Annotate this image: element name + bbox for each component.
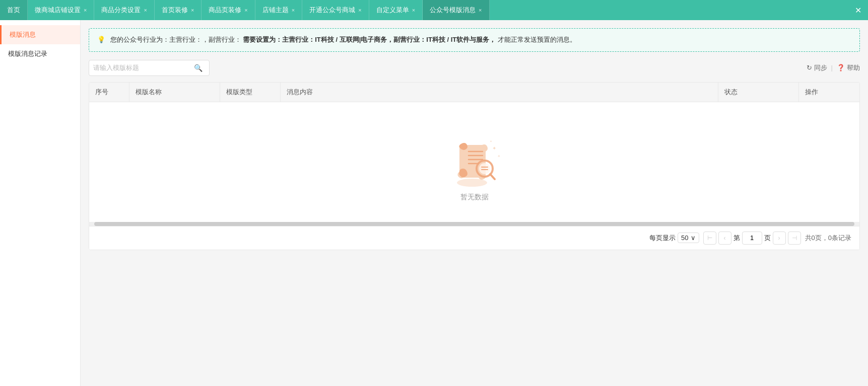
tab-home[interactable]: 首页: [0, 0, 28, 20]
nav-close-all-button[interactable]: ✕: [848, 0, 868, 20]
notice-bulb-icon: 💡: [97, 36, 105, 43]
scrollbar-thumb[interactable]: [94, 222, 854, 226]
prev-page-button[interactable]: ‹: [718, 231, 731, 245]
page-prefix: 第: [733, 234, 740, 243]
page-navigation: ⊢ ‹ 第 页 › ⊣: [703, 231, 801, 245]
tab-home-decor[interactable]: 首页装修 ×: [155, 0, 202, 20]
toolbar-divider: |: [831, 64, 833, 71]
tab-template-msg[interactable]: 公众号模版消息 ×: [423, 0, 489, 20]
search-input[interactable]: [93, 64, 194, 71]
sync-icon: ↻: [807, 64, 812, 71]
notice-prefix: 您的公众号行业为：主营行业：，副营行业：: [110, 36, 241, 43]
table-header: 序号 模版名称 模版类型 消息内容 状态 操作: [89, 83, 859, 102]
svg-text:✦: ✦: [492, 145, 496, 151]
top-nav: 首页 微商城店铺设置 × 商品分类设置 × 首页装修 × 商品页装修 × 店铺主…: [0, 0, 868, 20]
per-page-dropdown[interactable]: 50 ∨: [678, 233, 699, 243]
pagination: 每页显示 50 ∨ ⊢ ‹ 第 页 › ⊣ 共0页，0条记录: [89, 226, 859, 250]
sidebar-item-template-record-label: 模版消息记录: [8, 50, 47, 57]
empty-illustration: ✦ ✦ ✦: [444, 132, 505, 193]
tab-open-mall-label: 开通公众号商城: [309, 6, 355, 15]
sidebar-item-template-message-label: 模版消息: [10, 31, 36, 38]
tab-category-label: 商品分类设置: [101, 6, 141, 15]
sync-label: 同步: [814, 63, 827, 72]
tab-product-decor[interactable]: 商品页装修 ×: [202, 0, 255, 20]
tab-product-decor-close[interactable]: ×: [244, 7, 247, 13]
next-page-button[interactable]: ›: [773, 231, 786, 245]
notice-suffix: 才能正常发送预置的消息。: [498, 36, 576, 43]
tab-category[interactable]: 商品分类设置 ×: [94, 0, 154, 20]
tab-shop-theme-close[interactable]: ×: [292, 7, 295, 13]
sidebar: 模版消息 模版消息记录: [0, 20, 81, 386]
search-bar: 🔍 ↻ 同步 | ❓ 帮助: [89, 60, 860, 76]
sidebar-item-template-message[interactable]: 模版消息: [0, 25, 80, 44]
empty-state: ✦ ✦ ✦ 暂无数据: [89, 102, 859, 222]
chevron-down-icon: ∨: [691, 234, 696, 242]
per-page-label: 每页显示: [649, 234, 676, 243]
tab-open-mall[interactable]: 开通公众号商城 ×: [302, 0, 369, 20]
tab-micro-shop[interactable]: 微商城店铺设置 ×: [28, 0, 94, 20]
tab-custom-menu-close[interactable]: ×: [412, 7, 415, 13]
th-seq: 序号: [89, 83, 129, 102]
th-type: 模版类型: [220, 83, 281, 102]
page-number-input[interactable]: [742, 231, 762, 245]
tab-micro-shop-close[interactable]: ×: [84, 7, 87, 13]
tab-product-decor-label: 商品页装修: [209, 6, 241, 15]
tab-template-msg-label: 公众号模版消息: [430, 6, 476, 15]
th-name: 模版名称: [129, 83, 220, 102]
first-page-button[interactable]: ⊢: [703, 231, 716, 245]
toolbar-right: ↻ 同步 | ❓ 帮助: [807, 63, 860, 72]
svg-point-0: [457, 179, 487, 187]
tab-micro-shop-label: 微商城店铺设置: [35, 6, 81, 15]
last-page-button[interactable]: ⊣: [788, 231, 801, 245]
sidebar-item-template-record[interactable]: 模版消息记录: [0, 44, 80, 63]
tab-custom-menu-label: 自定义菜单: [376, 6, 409, 15]
th-content: 消息内容: [281, 83, 718, 102]
empty-text: 暂无数据: [460, 193, 489, 202]
tab-category-close[interactable]: ×: [144, 7, 147, 13]
search-input-wrap: 🔍: [89, 60, 210, 76]
tab-open-mall-close[interactable]: ×: [358, 7, 361, 13]
help-icon: ❓: [837, 64, 845, 71]
help-button[interactable]: ❓ 帮助: [837, 63, 860, 72]
tab-shop-theme[interactable]: 店铺主题 ×: [255, 0, 302, 20]
svg-line-7: [490, 174, 495, 179]
tab-home-label: 首页: [7, 6, 20, 15]
tab-custom-menu[interactable]: 自定义菜单 ×: [369, 0, 423, 20]
help-label: 帮助: [847, 63, 860, 72]
content-area: 💡 您的公众号行业为：主营行业：，副营行业： 需要设置为：主营行业：IT科技 /…: [81, 20, 868, 386]
horizontal-scrollbar[interactable]: [89, 222, 859, 226]
tab-shop-theme-label: 店铺主题: [262, 6, 289, 15]
page-suffix: 页: [764, 234, 771, 243]
tab-home-decor-close[interactable]: ×: [191, 7, 194, 13]
svg-text:✦: ✦: [490, 140, 492, 143]
total-text: 共0页，0条记录: [805, 234, 851, 243]
tab-template-msg-close[interactable]: ×: [479, 7, 482, 13]
search-icon[interactable]: 🔍: [194, 64, 203, 72]
per-page-value: 50: [681, 234, 688, 242]
notice-highlight: 需要设置为：主营行业：IT科技 / 互联网|电子商务，副营行业：IT科技 / I…: [243, 36, 496, 43]
notice-box: 💡 您的公众号行业为：主营行业：，副营行业： 需要设置为：主营行业：IT科技 /…: [89, 28, 860, 52]
sync-button[interactable]: ↻ 同步: [807, 63, 827, 72]
tab-home-decor-label: 首页装修: [162, 6, 188, 15]
svg-point-6: [479, 163, 490, 174]
main-layout: 模版消息 模版消息记录 💡 您的公众号行业为：主营行业：，副营行业： 需要设置为…: [0, 20, 868, 386]
th-status: 状态: [718, 83, 799, 102]
per-page-select: 每页显示 50 ∨: [649, 233, 699, 243]
th-action: 操作: [799, 83, 859, 102]
table-wrap: 序号 模版名称 模版类型 消息内容 状态 操作: [89, 82, 860, 250]
svg-text:✦: ✦: [497, 154, 501, 159]
